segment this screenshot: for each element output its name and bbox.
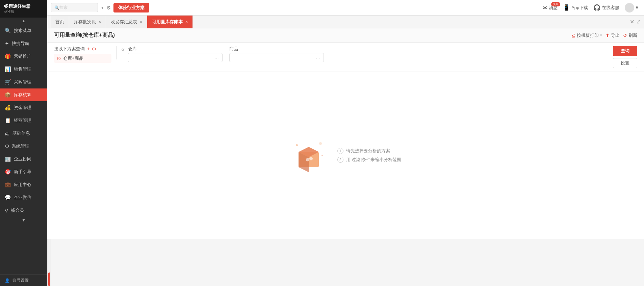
sidebar-item-label: 企业微信 [14, 194, 31, 201]
batch-account-label: 库存批次账 [74, 19, 96, 25]
scheme-item-warehouse-product[interactable]: ⊙ 仓库+商品 [54, 54, 111, 63]
export-action[interactable]: ⬆ 导出 [606, 32, 620, 38]
finance-icon: 💰 [5, 105, 11, 111]
sidebar-item-search[interactable]: 🔍 搜索菜单 [0, 24, 47, 37]
sidebar-bottom[interactable]: 👤 账号设置 [0, 275, 47, 286]
tab-collect-summary[interactable]: 收发存汇总表 × [106, 16, 147, 28]
tip-num-2: 2 [337, 157, 343, 163]
purchase-icon: 🛒 [5, 79, 11, 85]
query-panel: 按以下方案查询 + ⚙ ⊙ 仓库+商品 « 仓库 … [47, 43, 644, 72]
sidebar-item-appcenter[interactable]: 💼 应用中心 [0, 178, 47, 191]
print-label: 按模板打印 [577, 32, 599, 38]
marketing-icon: 🎁 [5, 53, 11, 59]
collect-summary-label: 收发存汇总表 [111, 19, 137, 25]
tip-num-1: 1 [337, 148, 343, 154]
logo-title: 畅康通好生意 [4, 3, 30, 9]
empty-tip-1: 1 请先选择要分析的方案 [337, 148, 401, 154]
topbar-search[interactable]: 🔍 搜索 [51, 3, 98, 12]
sidebar-item-member[interactable]: V 畅会员 [0, 204, 47, 217]
svg-point-4 [309, 157, 313, 160]
warehouse-more-icon[interactable]: … [214, 55, 219, 60]
scheme-settings-button[interactable]: ⚙ [92, 46, 96, 52]
person-icon: 👤 [5, 278, 10, 283]
sidebar-item-label: 销售管理 [14, 66, 31, 72]
tab-batch-account[interactable]: 库存批次账 × [69, 16, 106, 28]
username-label: Rit [636, 5, 641, 10]
sidebar-item-system[interactable]: ⚙ 系统管理 [0, 140, 47, 153]
sidebar-item-label: 采购管理 [14, 79, 31, 85]
empty-tip-2: 2 用[过滤]条件来缩小分析范围 [337, 157, 401, 163]
sidebar-item-wechat[interactable]: 💬 企业微信 [0, 191, 47, 204]
sidebar-item-newuser[interactable]: 🎯 新手引导 [0, 165, 47, 178]
warehouse-input[interactable]: … [128, 53, 223, 62]
topbar-right: ✉ 99+ 消息 📱 App下载 🎧 在线客服 Rit [543, 3, 641, 12]
query-button[interactable]: 查询 [613, 46, 637, 56]
settings-button[interactable]: 设置 [613, 58, 637, 68]
tip-text-2: 用[过滤]条件来缩小分析范围 [346, 157, 401, 163]
print-icon: 🖨 [571, 33, 575, 38]
message-button[interactable]: ✉ 99+ 消息 [543, 4, 558, 11]
app-download-button[interactable]: 📱 App下载 [563, 4, 588, 11]
svg-point-7 [321, 155, 323, 156]
sidebar-item-marketing[interactable]: 🎁 营销推广 [0, 50, 47, 63]
scheme-add-button[interactable]: + [87, 46, 90, 52]
sidebar-item-purchase[interactable]: 🛒 采购管理 [0, 76, 47, 88]
sidebar-scroll-up[interactable]: ▲ [0, 18, 47, 24]
online-service-button[interactable]: 🎧 在线客服 [593, 4, 619, 11]
search-icon: 🔍 [54, 5, 59, 10]
avatar [625, 3, 634, 12]
base-icon: 🗂 [5, 131, 10, 136]
topbar-gear-icon[interactable]: ⚙ [106, 5, 111, 11]
right-scroll-track[interactable] [47, 239, 51, 286]
home-label: 首页 [55, 19, 64, 25]
export-label: 导出 [611, 32, 620, 38]
enterprise-icon: 🏢 [5, 156, 11, 162]
download-icon: 📱 [563, 4, 570, 11]
product-input[interactable]: … [229, 53, 324, 62]
collapse-button[interactable]: « [121, 46, 125, 53]
industry-solution-button[interactable]: 体验行业方案 [113, 3, 149, 12]
query-scheme-header: 按以下方案查询 + ⚙ [54, 46, 96, 52]
tabbar-expand-button[interactable]: ⤢ [636, 19, 641, 25]
service-icon: 🎧 [593, 4, 600, 11]
available-ledger-label: 可用量库存账本 [152, 19, 183, 25]
sidebar-item-label: 资金管理 [14, 105, 31, 111]
page-header: 可用量查询(按仓库+商品) 🖨 按模板打印 ▾ ⬆ 导出 ↺ 刷新 [47, 28, 644, 43]
sidebar-item-base[interactable]: 🗂 基础信息 [0, 127, 47, 140]
tab-close-batch-account[interactable]: × [99, 20, 101, 24]
tabbar-end: ✕ ⤢ [630, 19, 641, 25]
query-fields: 仓库 … 商品 … [128, 46, 606, 62]
tab-close-available-ledger[interactable]: × [185, 20, 188, 24]
sales-icon: 📊 [5, 66, 11, 72]
quicknav-icon: ✦ [5, 41, 9, 47]
refresh-action[interactable]: ↺ 刷新 [623, 32, 637, 38]
tab-home[interactable]: 首页 [51, 16, 69, 28]
member-icon: V [5, 208, 8, 213]
warehouse-field-label: 仓库 [128, 46, 223, 52]
search-placeholder: 搜索 [59, 5, 68, 10]
message-badge: 99+ [551, 2, 560, 6]
tabbar: 首页 库存批次账 × 收发存汇总表 × 可用量库存账本 × ✕ ⤢ [47, 16, 644, 28]
sidebar-item-enterprise[interactable]: 🏢 企业协同 [0, 153, 47, 165]
tip-text-1: 请先选择要分析的方案 [346, 148, 390, 154]
sidebar-item-quicknav[interactable]: ✦ 快捷导航 [0, 37, 47, 50]
content-area: 可用量查询(按仓库+商品) 🖨 按模板打印 ▾ ⬆ 导出 ↺ 刷新 [47, 28, 644, 239]
sidebar-item-sales[interactable]: 📊 销售管理 [0, 63, 47, 76]
topbar-chevron-icon[interactable]: ▾ [101, 5, 104, 10]
sidebar-scroll-down[interactable]: ▼ [0, 217, 47, 224]
system-icon: ⚙ [5, 143, 9, 149]
tab-close-collect-summary[interactable]: × [140, 20, 142, 24]
message-icon: ✉ [543, 4, 547, 11]
sidebar-item-label: 营销推广 [14, 53, 31, 59]
sidebar-item-operations[interactable]: 📋 经营管理 [0, 114, 47, 127]
sidebar-bottom-label: 账号设置 [12, 278, 29, 283]
user-avatar-button[interactable]: Rit [625, 3, 641, 12]
sidebar-item-inventory[interactable]: 📦 库存核算 [0, 88, 47, 101]
sidebar-item-finance[interactable]: 💰 资金管理 [0, 101, 47, 114]
sidebar: 畅康通好生意 标准版 ▲ 🔍 搜索菜单 ✦ 快捷导航 🎁 营销推广 📊 销售管理… [0, 0, 47, 286]
tab-available-ledger[interactable]: 可用量库存账本 × [147, 16, 193, 28]
product-more-icon[interactable]: … [316, 55, 320, 60]
tabbar-close-button[interactable]: ✕ [630, 19, 634, 25]
scheme-item-label: 仓库+商品 [63, 55, 83, 61]
print-action[interactable]: 🖨 按模板打印 ▾ [571, 32, 602, 38]
